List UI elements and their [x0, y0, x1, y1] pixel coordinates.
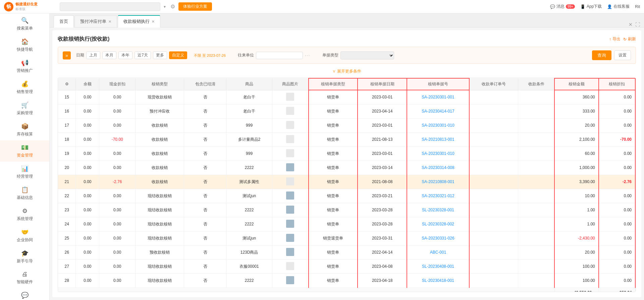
date-this-year[interactable]: 本年 — [118, 51, 132, 59]
dropdown-arrow[interactable]: ▾ — [164, 4, 166, 9]
cell-receipt-order-no — [469, 189, 518, 203]
date-last-month[interactable]: 上月 — [86, 51, 100, 59]
bill-no-link[interactable]: SA-20230414-017 — [422, 109, 454, 114]
sidebar-item-collab[interactable]: 🤝 企业协同 — [0, 225, 49, 246]
cell-verify-bill-no[interactable]: SA-20210813-001 — [407, 132, 469, 146]
query-btn[interactable]: 查询 — [592, 50, 611, 60]
table-row: 23 0.00 0.00 现结收款核销 否 2222 销货单 2023-03-2… — [58, 203, 635, 217]
sidebar-item-nav[interactable]: 🏠 快捷导航 — [0, 35, 49, 56]
bill-no-link[interactable]: ABC-001 — [430, 250, 446, 255]
bill-no-link[interactable]: SA-20230301-001 — [422, 95, 454, 99]
user-name[interactable]: Rit — [635, 4, 640, 9]
table-row: 16 0.00 0.00 预付冲应收 否 老白干 销货单 2023-04-14 … — [58, 104, 635, 118]
tab-verify-close[interactable]: ✕ — [152, 19, 155, 24]
cell-receipt-condition — [518, 189, 554, 203]
industry-btn[interactable]: 体验行业方案 — [178, 2, 212, 11]
sidebar-item-base[interactable]: 📋 基础信息 — [0, 183, 49, 204]
bill-no-link[interactable]: SL-20230328-002 — [422, 222, 454, 226]
cell-verify-bill-no[interactable]: SA-20230314-008 — [407, 161, 469, 175]
export-btn[interactable]: ↑ 导出 — [609, 36, 621, 42]
bill-no-link[interactable]: SL-20230418-001 — [422, 278, 454, 283]
app-download[interactable]: 📱 App下载 — [580, 4, 602, 9]
cell-verify-bill-no[interactable]: SA-20230301-010 — [407, 118, 469, 132]
tab-home[interactable]: 首页 — [54, 15, 74, 28]
date-custom[interactable]: 自定义 — [169, 51, 187, 59]
bill-no-link[interactable]: SA-20230331-026 — [422, 236, 454, 241]
sidebar-item-management[interactable]: 📊 经营管理 — [0, 162, 49, 183]
filter-settings-btn[interactable]: 设置 — [614, 50, 631, 60]
receipt-type-label: 单据类型 — [322, 52, 338, 58]
sidebar-item-marketing[interactable]: 📢 营销推广 — [0, 56, 49, 77]
th-include-settled: 包含已结清 — [184, 78, 226, 90]
date-this-month[interactable]: 本月 — [102, 51, 116, 59]
date-7days[interactable]: 近7天 — [135, 51, 151, 59]
cell-include-settled: 否 — [184, 118, 226, 132]
sidebar-item-inventory[interactable]: 📦 库存核算 — [0, 119, 49, 140]
cell-verify-bill-no[interactable]: SL-20230418-001 — [407, 273, 469, 288]
bill-no-link[interactable]: SL-20230328-001 — [422, 208, 454, 212]
cell-include-settled: 否 — [184, 161, 226, 175]
cell-verify-bill-no[interactable]: SA-20230331-026 — [407, 231, 469, 245]
sidebar-item-wechat[interactable]: 💬 企业微信 — [0, 288, 49, 300]
online-service[interactable]: 👤 在线客服 — [607, 4, 630, 9]
table-row: 24 0.00 0.00 现结收款核销 否 2222 销货单 2023-03-2… — [58, 217, 635, 231]
bill-no-link[interactable]: SA-20230314-008 — [422, 165, 454, 170]
bill-no-link[interactable]: SL-20230408-001 — [422, 264, 454, 269]
bill-no-link[interactable]: SA-20230301-010 — [422, 151, 454, 156]
cell-product-img — [272, 231, 308, 245]
cell-cash-discount: 0.00 — [99, 245, 136, 259]
tab-prepay[interactable]: 预付冲应付单 ✕ — [74, 15, 117, 27]
cell-verify-type: 现结收款核销 — [136, 217, 184, 231]
bill-no-link[interactable]: SA-20230321-012 — [422, 194, 454, 198]
table-row: 28 0.00 0.00 现结收款核销 否 2222 销货单 2023-04-1… — [58, 273, 635, 288]
sidebar-item-search[interactable]: 🔍 搜索菜单 — [0, 13, 49, 35]
cell-verify-bill-date: 2023-03-31 — [358, 231, 407, 245]
cell-verify-amount: 1.00 — [554, 217, 599, 231]
cell-verify-bill-no[interactable]: ABC-001 — [407, 245, 469, 259]
cell-verify-bill-no[interactable]: SL-20230328-001 — [407, 203, 469, 217]
sidebar-item-finance[interactable]: 💵 资金管理 — [0, 140, 49, 162]
bill-no-link[interactable]: SA-20210813-001 — [422, 137, 454, 142]
product-img — [286, 220, 294, 228]
date-label: 日期 — [76, 52, 84, 58]
receipt-type-select[interactable] — [340, 51, 394, 59]
sidebar-item-hardware[interactable]: 🖨 智能硬件 — [0, 267, 49, 288]
from-unit-input[interactable] — [256, 52, 303, 59]
cell-verify-bill-no[interactable]: SL-20230328-002 — [407, 217, 469, 231]
close-window-icon[interactable]: ✕ — [629, 22, 633, 27]
bill-no-link[interactable]: SA-20210808-001 — [422, 179, 454, 184]
cell-verify-bill-no[interactable]: SA-20210808-001 — [407, 175, 469, 189]
cell-verify-bill-no[interactable]: SA-20230301-001 — [407, 90, 469, 104]
cell-verify-type: 现结收款核销 — [136, 189, 184, 203]
th-settings[interactable]: ⚙ — [58, 78, 76, 90]
cell-verify-bill-type: 销货单 — [309, 217, 358, 231]
cell-no: 19 — [58, 146, 76, 161]
expand-bar[interactable]: ∨ 展开更多条件 — [58, 67, 636, 76]
tab-verify[interactable]: 收款核销执行 ✕ — [118, 15, 160, 28]
cell-verify-bill-no[interactable]: SA-20230321-012 — [407, 189, 469, 203]
maximize-icon[interactable]: ⛶ — [635, 22, 640, 27]
tab-prepay-close[interactable]: ✕ — [108, 19, 111, 24]
cell-product-img — [272, 259, 308, 273]
cell-balance: 0.00 — [76, 273, 99, 288]
sidebar-item-purchase[interactable]: 🛒 采购管理 — [0, 98, 49, 119]
th-balance: 余额 — [76, 78, 99, 90]
bill-no-link[interactable]: SA-20230301-010 — [422, 123, 454, 128]
date-more[interactable]: 更多 — [153, 51, 167, 59]
refresh-btn[interactable]: ↻ 刷新 — [623, 36, 636, 42]
cell-verify-bill-no[interactable]: SL-20230408-001 — [407, 259, 469, 273]
table-row: 17 0.00 0.00 收款核销 否 999 销货单 2023-03-01 S… — [58, 118, 635, 132]
cell-verify-bill-type: 销货单 — [309, 189, 358, 203]
cell-verify-bill-type: 销货单 — [309, 245, 358, 259]
main-table: ⚙ 余额 现金折扣 核销类型 包含已结清 商品 商品图片 核销单据类型 核销单据… — [58, 78, 636, 292]
message-area[interactable]: 💬 消息 99+ — [550, 4, 575, 9]
sidebar-item-guide[interactable]: 🎓 新手引导 — [0, 246, 49, 267]
sidebar-item-sales[interactable]: 💰 销售管理 — [0, 77, 49, 98]
cell-verify-bill-no[interactable]: SA-20230414-017 — [407, 104, 469, 118]
filter-toggle-btn[interactable]: » — [63, 51, 71, 59]
cell-verify-bill-no[interactable]: SA-20230301-010 — [407, 146, 469, 161]
cell-verify-discount: 0.00 — [599, 217, 635, 231]
sidebar-item-system[interactable]: ⚙ 系统管理 — [0, 204, 49, 225]
settings-icon[interactable]: ⚙ — [170, 3, 175, 10]
cell-no: 25 — [58, 231, 76, 245]
